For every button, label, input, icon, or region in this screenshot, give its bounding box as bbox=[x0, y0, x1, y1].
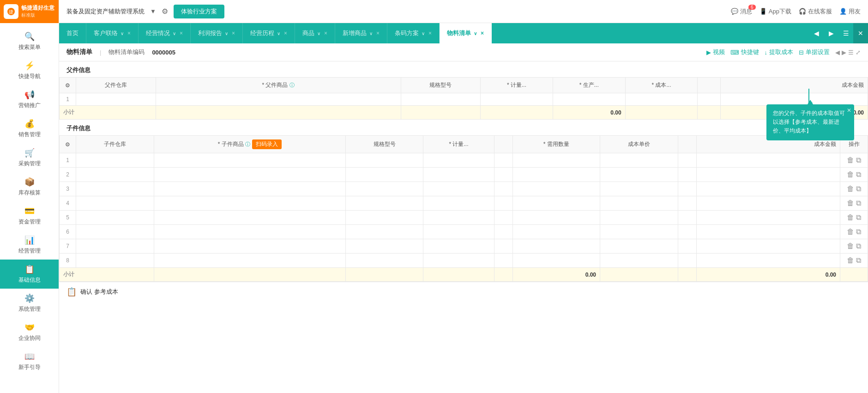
tab-close-icon[interactable]: × bbox=[232, 30, 235, 36]
tab-close-icon[interactable]: × bbox=[284, 30, 287, 36]
sidebar-item-sales[interactable]: 💰 销售管理 bbox=[0, 114, 59, 143]
parent-unit-cell[interactable] bbox=[481, 93, 553, 106]
list-view-btn[interactable]: ☰ bbox=[848, 49, 854, 56]
copy-btn[interactable]: ⧉ bbox=[856, 170, 861, 179]
view-btn[interactable]: ▶ 视频 bbox=[706, 48, 725, 56]
delete-btn[interactable]: 🗑 bbox=[847, 170, 854, 179]
tab-close-icon[interactable]: × bbox=[324, 30, 327, 36]
child-unit-cell[interactable] bbox=[423, 225, 494, 239]
delete-btn[interactable]: 🗑 bbox=[847, 156, 854, 164]
message-btn[interactable]: 💬 消息 6 bbox=[731, 7, 752, 16]
child-spec-cell[interactable] bbox=[345, 239, 423, 254]
child-spec-cell[interactable] bbox=[345, 254, 423, 268]
child-qty-cell[interactable] bbox=[512, 211, 600, 225]
child-unit-cost-cell[interactable] bbox=[600, 168, 678, 182]
delete-btn[interactable]: 🗑 bbox=[847, 185, 854, 193]
delete-btn[interactable]: 🗑 bbox=[847, 256, 854, 265]
nav-prev-btn[interactable]: ◀ bbox=[809, 23, 824, 43]
tab-customer[interactable]: 客户联络 ∨ × bbox=[86, 23, 139, 43]
child-unit-cost-cell[interactable] bbox=[600, 239, 678, 254]
child-product-cell[interactable] bbox=[154, 254, 345, 268]
child-unit-cell[interactable] bbox=[423, 168, 494, 182]
child-warehouse-cell[interactable] bbox=[76, 239, 154, 254]
delete-btn[interactable]: 🗑 bbox=[847, 228, 854, 236]
parent-cost-cell[interactable] bbox=[625, 93, 698, 106]
copy-btn[interactable]: ⧉ bbox=[856, 185, 861, 193]
parent-product-cell[interactable] bbox=[156, 93, 401, 106]
child-unit-cost-cell[interactable] bbox=[600, 211, 678, 225]
app-download-btn[interactable]: 📱 App下载 bbox=[760, 7, 791, 16]
tooltip-close-btn[interactable]: ✕ bbox=[847, 106, 851, 115]
child-cost-amount-cell[interactable] bbox=[696, 168, 840, 182]
tab-product[interactable]: 商品 ∨ × bbox=[295, 23, 335, 43]
child-unit-cell[interactable] bbox=[423, 239, 494, 254]
tab-close-icon[interactable]: × bbox=[376, 30, 380, 36]
child-unit-cost-cell[interactable] bbox=[600, 153, 678, 168]
dropdown-arrow-icon[interactable]: ▼ bbox=[150, 8, 156, 15]
child-cost-amount-cell[interactable] bbox=[696, 196, 840, 211]
copy-btn[interactable]: ⧉ bbox=[856, 199, 861, 207]
nav-next-btn[interactable]: ▶ bbox=[824, 23, 838, 43]
tab-new-product[interactable]: 新增商品 ∨ × bbox=[335, 23, 387, 43]
child-unit-cell[interactable] bbox=[423, 182, 494, 196]
right-arrow-btn[interactable]: ▶ bbox=[842, 49, 846, 56]
sidebar-item-inventory[interactable]: 📦 库存核算 bbox=[0, 172, 59, 201]
child-unit-cost-cell[interactable] bbox=[600, 196, 678, 211]
delete-btn[interactable]: 🗑 bbox=[847, 242, 854, 250]
child-product-cell[interactable] bbox=[154, 196, 345, 211]
child-unit-cell[interactable] bbox=[423, 254, 494, 268]
tab-close-icon[interactable]: × bbox=[481, 30, 484, 36]
tab-bom[interactable]: 物料清单 ∨ × bbox=[440, 23, 492, 43]
child-unit-cell[interactable] bbox=[423, 153, 494, 168]
parent-warehouse-cell[interactable] bbox=[76, 93, 156, 106]
child-unit-cost-cell[interactable] bbox=[600, 225, 678, 239]
page-tab1[interactable]: 物料清单 bbox=[66, 48, 92, 56]
tab-operation[interactable]: 经营情况 ∨ × bbox=[139, 23, 191, 43]
child-product-cell[interactable] bbox=[154, 168, 345, 182]
left-arrow-btn[interactable]: ◀ bbox=[835, 49, 840, 56]
child-qty-cell[interactable] bbox=[512, 182, 600, 196]
shortcut-btn[interactable]: ⌨ 快捷键 bbox=[730, 48, 759, 56]
gear-icon[interactable]: ⚙ bbox=[162, 7, 168, 16]
child-unit-cell[interactable] bbox=[423, 196, 494, 211]
th-parent-settings[interactable]: ⚙ bbox=[60, 78, 76, 93]
expand-btn[interactable]: ⤢ bbox=[856, 49, 861, 56]
child-cost-amount-cell[interactable] bbox=[696, 225, 840, 239]
sidebar-item-system[interactable]: ⚙️ 系统管理 bbox=[0, 289, 59, 318]
parent-spec-cell[interactable] bbox=[401, 93, 481, 106]
child-cost-amount-cell[interactable] bbox=[696, 254, 840, 268]
nav-close-btn[interactable]: ✕ bbox=[853, 23, 868, 43]
child-spec-cell[interactable] bbox=[345, 225, 423, 239]
copy-btn[interactable]: ⧉ bbox=[856, 256, 861, 265]
try-btn[interactable]: 体验行业方案 bbox=[174, 5, 224, 18]
child-warehouse-cell[interactable] bbox=[76, 196, 154, 211]
nav-menu-btn[interactable]: ☰ bbox=[838, 23, 853, 43]
child-warehouse-cell[interactable] bbox=[76, 153, 154, 168]
child-cost-amount-cell[interactable] bbox=[696, 182, 840, 196]
th-child-settings[interactable]: ⚙ bbox=[60, 136, 76, 153]
child-product-cell[interactable] bbox=[154, 153, 345, 168]
child-spec-cell[interactable] bbox=[345, 196, 423, 211]
delete-btn[interactable]: 🗑 bbox=[847, 213, 854, 222]
child-unit-cost-cell[interactable] bbox=[600, 182, 678, 196]
child-warehouse-cell[interactable] bbox=[76, 254, 154, 268]
extract-cost-btn[interactable]: ↓ 提取成本 bbox=[765, 48, 794, 56]
child-warehouse-cell[interactable] bbox=[76, 211, 154, 225]
single-setting-btn[interactable]: ⊟ 单据设置 bbox=[799, 48, 830, 56]
child-qty-cell[interactable] bbox=[512, 153, 600, 168]
parent-production-cell[interactable] bbox=[553, 93, 625, 106]
online-service-btn[interactable]: 🎧 在线客服 bbox=[799, 7, 832, 16]
child-qty-cell[interactable] bbox=[512, 168, 600, 182]
copy-btn[interactable]: ⧉ bbox=[856, 242, 861, 250]
child-cost-amount-cell[interactable] bbox=[696, 211, 840, 225]
child-spec-cell[interactable] bbox=[345, 211, 423, 225]
user-btn[interactable]: 👤 用友 bbox=[839, 7, 861, 16]
child-warehouse-cell[interactable] bbox=[76, 182, 154, 196]
delete-btn[interactable]: 🗑 bbox=[847, 199, 854, 207]
tab-profit[interactable]: 利润报告 ∨ × bbox=[191, 23, 243, 43]
child-unit-cost-cell[interactable] bbox=[600, 254, 678, 268]
child-product-cell[interactable] bbox=[154, 182, 345, 196]
tab-close-icon[interactable]: × bbox=[180, 30, 183, 36]
child-spec-cell[interactable] bbox=[345, 153, 423, 168]
sidebar-item-finance[interactable]: 💳 资金管理 bbox=[0, 201, 59, 230]
